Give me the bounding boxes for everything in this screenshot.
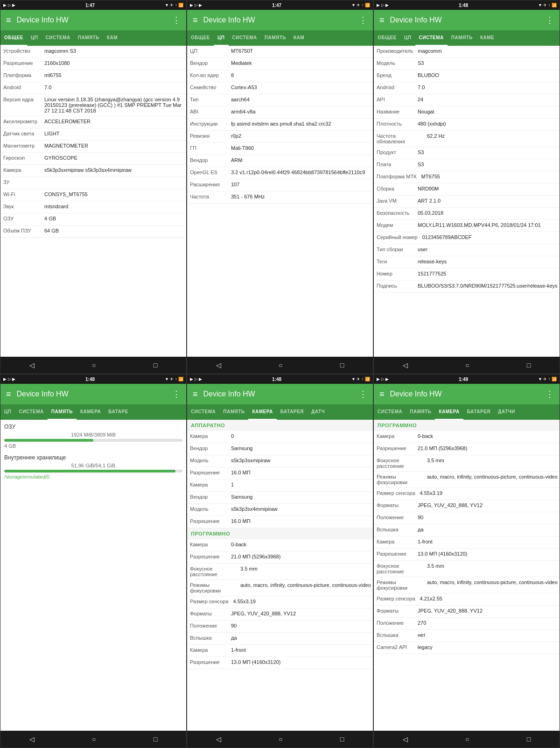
tab-датчи[interactable]: ДАТЧИ [494, 404, 519, 420]
tab-система[interactable]: СИСТЕМА [15, 404, 48, 420]
tab-общее[interactable]: ОБЩЕЕ [0, 30, 27, 46]
row-value: 1-front [229, 645, 373, 655]
menu-icon[interactable]: ≡ [6, 15, 11, 25]
tab-система[interactable]: СИСТЕМА [374, 404, 406, 420]
table-row: Гироскоп GYROSCOPE [0, 153, 186, 165]
tab-система[interactable]: СИСТЕМА [187, 404, 219, 420]
screen-4: ▶ ▷ ▶ 1:48 ▼ ✈ ↑ 📶 ≡ Device Info HW ⋮ ЦП… [0, 374, 187, 748]
tab-датч[interactable]: ДАТЧ [308, 404, 329, 420]
home-button[interactable]: ○ [465, 361, 469, 369]
row-value: mt6755 [42, 70, 186, 80]
recents-button[interactable]: □ [154, 361, 157, 369]
menu-icon[interactable]: ≡ [6, 389, 11, 399]
menu-icon[interactable]: ≡ [379, 15, 385, 25]
tab-батарея[interactable]: БАТАРЕЯ [463, 404, 494, 420]
row-label: Гироскоп [0, 153, 42, 163]
row-value: да [416, 524, 560, 535]
row-value: auto, macro, infinity, continuous-pictur… [425, 472, 560, 482]
row-label: Кол-во ядер [187, 70, 229, 80]
more-icon[interactable]: ⋮ [172, 389, 181, 399]
back-button[interactable]: ◁ [29, 361, 35, 369]
menu-icon[interactable]: ≡ [379, 389, 385, 399]
recents-button[interactable]: □ [154, 735, 157, 743]
row-value: 107 [229, 179, 373, 190]
table-row: Инструкции fp asimd evtstrm aes pmull sh… [187, 119, 373, 131]
more-icon[interactable]: ⋮ [359, 15, 367, 25]
home-button[interactable]: ○ [465, 735, 469, 743]
tab-цп[interactable]: ЦП [400, 30, 415, 46]
tab-каме[interactable]: КАМЕ [476, 30, 498, 46]
storage-label: Внутреннее хранилище [4, 454, 182, 461]
more-icon[interactable]: ⋮ [359, 389, 367, 399]
status-time: 1:48 [272, 377, 281, 382]
row-label: Модель [374, 58, 416, 68]
row-label: ГП [187, 143, 229, 153]
row-value: legacy [416, 642, 560, 652]
recents-button[interactable]: □ [340, 361, 344, 369]
app-bar-title: Device Info HW [390, 390, 540, 398]
ram-progress-fill [4, 439, 93, 442]
home-button[interactable]: ○ [92, 735, 96, 743]
tab-камера[interactable]: КАМЕРА [77, 404, 105, 420]
table-row: Разрешение 16.0 МП [187, 516, 373, 528]
tab-батарея[interactable]: БАТАРЕЯ [277, 404, 308, 420]
row-value: 21.0 МП (5296x3968) [416, 443, 560, 453]
back-button[interactable]: ◁ [29, 735, 35, 743]
back-button[interactable]: ◁ [216, 361, 221, 369]
table-row: Сборка NRD90M [374, 183, 560, 196]
tab-память[interactable]: ПАМЯТЬ [219, 404, 248, 420]
tab-память[interactable]: ПАМЯТЬ [261, 30, 290, 46]
row-value: 16.0 МП [229, 516, 373, 526]
tab-память[interactable]: ПАМЯТЬ [48, 404, 77, 420]
menu-icon[interactable]: ≡ [193, 389, 198, 399]
home-button[interactable]: ○ [279, 361, 282, 369]
screen-5: ▶ ▷ ▶ 1:48 ▼ ✈ ↑ 📶 ≡ Device Info HW ⋮ СИ… [187, 374, 373, 748]
status-bar: ▶ ▷ ▶ 1:48 ▼ ✈ ↑ 📶 [0, 374, 186, 384]
tab-система[interactable]: СИСТЕМА [415, 30, 448, 46]
more-icon[interactable]: ⋮ [546, 15, 554, 25]
row-value: mtsndcard [42, 201, 186, 212]
status-time: 1:47 [272, 3, 281, 8]
home-button[interactable]: ○ [279, 735, 282, 743]
home-button[interactable]: ○ [92, 361, 96, 369]
status-icons-right: ▼ ✈ ↑ 📶 [165, 377, 183, 381]
app-bar: ≡ Device Info HW ⋮ [374, 10, 560, 30]
table-row: Модель S3 [374, 58, 560, 70]
tab-цп[interactable]: ЦП [214, 30, 229, 46]
row-label: Разрешение [187, 516, 229, 526]
tab-bar: ЦПСИСТЕМАПАМЯТЬКАМЕРАБАТАРЕ [0, 404, 186, 420]
tab-батаре[interactable]: БАТАРЕ [105, 404, 132, 420]
row-value: auto, macro, infinity, continuous-pictur… [238, 580, 373, 590]
tab-камера[interactable]: КАМЕРА [435, 404, 463, 420]
tab-кам[interactable]: КАМ [290, 30, 308, 46]
table-row: Продукт S3 [374, 147, 560, 159]
back-button[interactable]: ◁ [403, 361, 408, 369]
tab-цп[interactable]: ЦП [0, 404, 15, 420]
recents-button[interactable]: □ [527, 735, 531, 743]
tab-общее[interactable]: ОБЩЕЕ [187, 30, 214, 46]
tab-кам[interactable]: КАМ [103, 30, 121, 46]
tab-система[interactable]: СИСТЕМА [42, 30, 74, 46]
recents-button[interactable]: □ [527, 361, 531, 369]
tab-память[interactable]: ПАМЯТЬ [406, 404, 435, 420]
more-icon[interactable]: ⋮ [172, 15, 181, 25]
menu-icon[interactable]: ≡ [193, 15, 198, 25]
row-value: fp asimd evtstrm aes pmull sha1 sha2 crc… [229, 119, 373, 129]
back-button[interactable]: ◁ [216, 735, 221, 743]
row-value: S3 [416, 147, 560, 157]
tab-память[interactable]: ПАМЯТЬ [448, 30, 476, 46]
tab-память[interactable]: ПАМЯТЬ [74, 30, 103, 46]
app-bar: ≡ Device Info HW ⋮ [187, 10, 373, 30]
tab-система[interactable]: СИСТЕМА [229, 30, 261, 46]
table-row: Размер сенсора 4.55x3.19 [187, 596, 373, 608]
tab-цп[interactable]: ЦП [27, 30, 42, 46]
table-row: Датчик света LIGHT [0, 128, 186, 141]
table-row: Фокусное расстояние 3.5 mm [374, 561, 560, 577]
recents-button[interactable]: □ [340, 735, 344, 743]
row-label: Датчик света [0, 128, 42, 139]
more-icon[interactable]: ⋮ [546, 389, 554, 399]
tab-общее[interactable]: ОБЩЕЕ [374, 30, 400, 46]
back-button[interactable]: ◁ [403, 735, 408, 743]
tab-камера[interactable]: КАМЕРА [248, 404, 276, 420]
app-bar-title: Device Info HW [390, 16, 540, 24]
